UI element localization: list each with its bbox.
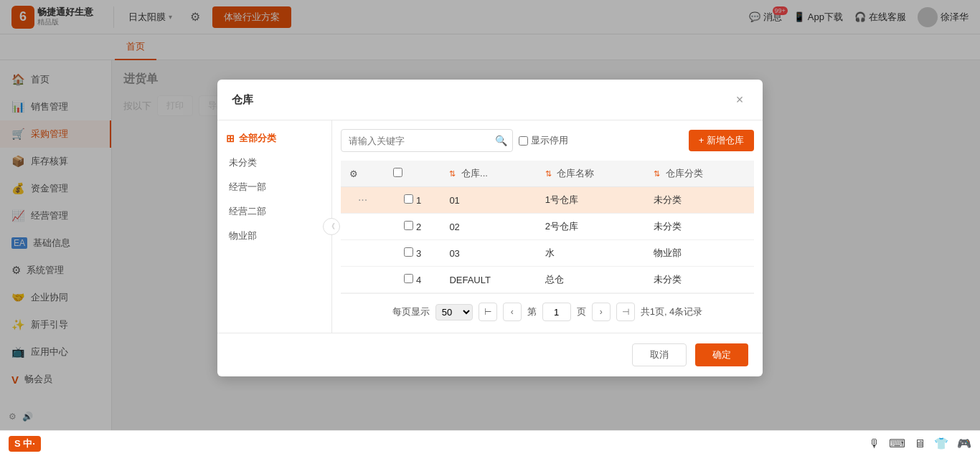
row-checkbox-4[interactable] <box>404 274 413 283</box>
panel-toolbar: 🔍 显示停用 + 新增仓库 <box>341 129 754 152</box>
page-label: 页 <box>577 305 586 318</box>
bottom-bar: S 中· 🎙 ⌨ 🖥 👕 🎮 <box>0 430 980 456</box>
category-panel: ⊞ 全部分类 未分类 经营一部 经营二部 物业部 《 <box>217 120 332 333</box>
col-code: ⇅ 仓库... <box>440 161 536 187</box>
modal-header: 仓库 × <box>217 80 763 120</box>
search-icon[interactable]: 🔍 <box>495 135 507 146</box>
col-checkbox <box>385 161 440 187</box>
row-name-4: 总仓 <box>537 267 646 293</box>
modal-body: ⊞ 全部分类 未分类 经营一部 经营二部 物业部 《 🔍 <box>217 120 763 333</box>
sort-name-icon: ⇅ <box>545 169 552 178</box>
row-checkbox-1[interactable] <box>404 194 413 204</box>
category-item-dept2[interactable]: 经营二部 <box>217 199 331 224</box>
col-code-label: 仓库... <box>461 168 488 179</box>
keyboard-icon[interactable]: ⌨ <box>889 437 905 450</box>
category-item-dept1[interactable]: 经营一部 <box>217 175 331 199</box>
row-category-4: 未分类 <box>645 267 754 293</box>
all-categories-button[interactable]: ⊞ 全部分类 <box>217 126 331 151</box>
modal-title: 仓库 <box>232 93 253 107</box>
row-name-1: 1号仓库 <box>537 187 646 214</box>
pagination-bar: 每页显示 50 100 200 ⊢ ‹ 第 页 › ⊣ 共1页, 4条记录 <box>341 293 754 324</box>
col-settings: ⚙ <box>341 161 385 187</box>
prev-page-button[interactable]: ‹ <box>503 303 522 321</box>
select-all-checkbox[interactable] <box>393 168 402 177</box>
modal-overlay: 仓库 × ⊞ 全部分类 未分类 经营一部 经营二部 物业部 《 <box>0 0 980 456</box>
table-row[interactable]: ··· 2 02 2号仓库 未分类 <box>341 214 754 240</box>
table-container: ⚙ ⇅ 仓库... ⇅ 仓库名称 <box>341 161 754 293</box>
row-code-1: 01 <box>440 187 536 214</box>
row-num-4: 4 <box>385 267 440 293</box>
add-warehouse-button[interactable]: + 新增仓库 <box>689 130 754 151</box>
row-more-1[interactable]: ··· <box>341 187 385 214</box>
table-header-row: ⚙ ⇅ 仓库... ⇅ 仓库名称 <box>341 161 754 187</box>
page-text: 第 <box>527 305 537 318</box>
cancel-button[interactable]: 取消 <box>632 343 687 366</box>
grid-icon: ⊞ <box>226 133 235 144</box>
show-disabled-wrap: 显示停用 <box>519 134 568 147</box>
row-checkbox-3[interactable] <box>404 247 413 257</box>
row-name-2: 2号仓库 <box>537 214 646 240</box>
collapse-panel-button[interactable]: 《 <box>323 218 340 235</box>
table-row[interactable]: ··· 4 DEFAULT 总仓 未分类 <box>341 267 754 293</box>
show-disabled-checkbox[interactable] <box>519 136 528 146</box>
category-item-unclassified[interactable]: 未分类 <box>217 151 331 175</box>
row-more-3[interactable]: ··· <box>341 240 385 267</box>
modal-close-button[interactable]: × <box>731 91 748 108</box>
search-wrap: 🔍 <box>341 129 513 152</box>
row-code-4: DEFAULT <box>440 267 536 293</box>
last-page-button[interactable]: ⊣ <box>616 303 635 321</box>
warehouse-table: ⚙ ⇅ 仓库... ⇅ 仓库名称 <box>341 161 754 293</box>
confirm-button[interactable]: 确定 <box>695 343 748 366</box>
row-num-1: 1 <box>385 187 440 214</box>
per-page-select[interactable]: 50 100 200 <box>435 304 473 320</box>
first-page-button[interactable]: ⊢ <box>479 303 497 321</box>
monitor-icon[interactable]: 🖥 <box>914 437 925 450</box>
table-row[interactable]: ··· 3 03 水 物业部 <box>341 240 754 267</box>
row-code-2: 02 <box>440 214 536 240</box>
search-input[interactable] <box>341 129 513 152</box>
shirt-icon[interactable]: 👕 <box>934 437 948 450</box>
controller-icon[interactable]: 🎮 <box>957 437 971 450</box>
page-input[interactable] <box>542 303 571 321</box>
col-name: ⇅ 仓库名称 <box>537 161 646 187</box>
table-body: ··· 1 01 1号仓库 未分类 ··· <box>341 187 754 293</box>
mic-icon[interactable]: 🎙 <box>869 437 880 450</box>
row-category-2: 未分类 <box>645 214 754 240</box>
all-categories-label: 全部分类 <box>239 132 276 145</box>
modal-footer: 取消 确定 <box>217 333 763 376</box>
next-page-button[interactable]: › <box>592 303 611 321</box>
col-name-label: 仓库名称 <box>557 168 594 179</box>
warehouse-panel: 🔍 显示停用 + 新增仓库 ⚙ <box>332 120 763 333</box>
table-head: ⚙ ⇅ 仓库... ⇅ 仓库名称 <box>341 161 754 187</box>
row-code-3: 03 <box>440 240 536 267</box>
sort-code-icon: ⇅ <box>449 169 456 178</box>
show-disabled-label: 显示停用 <box>531 134 568 147</box>
total-records: 共1页, 4条记录 <box>641 305 703 318</box>
row-category-3: 物业部 <box>645 240 754 267</box>
row-more-2[interactable]: ··· <box>341 214 385 240</box>
sort-category-icon: ⇅ <box>654 169 660 178</box>
row-num-2: 2 <box>385 214 440 240</box>
row-category-1: 未分类 <box>645 187 754 214</box>
bottom-logo: S 中· <box>9 436 41 452</box>
row-more-4[interactable]: ··· <box>341 267 385 293</box>
row-checkbox-2[interactable] <box>404 221 413 230</box>
category-item-property[interactable]: 物业部 <box>217 224 331 248</box>
row-name-3: 水 <box>537 240 646 267</box>
col-category-label: 仓库分类 <box>666 168 703 179</box>
col-category: ⇅ 仓库分类 <box>645 161 754 187</box>
row-num-3: 3 <box>385 240 440 267</box>
table-row[interactable]: ··· 1 01 1号仓库 未分类 <box>341 187 754 214</box>
bottom-icons: 🎙 ⌨ 🖥 👕 🎮 <box>869 437 971 450</box>
warehouse-modal: 仓库 × ⊞ 全部分类 未分类 经营一部 经营二部 物业部 《 <box>217 80 763 376</box>
per-page-label: 每页显示 <box>392 305 430 318</box>
bottom-logo-text: S 中· <box>14 437 35 450</box>
